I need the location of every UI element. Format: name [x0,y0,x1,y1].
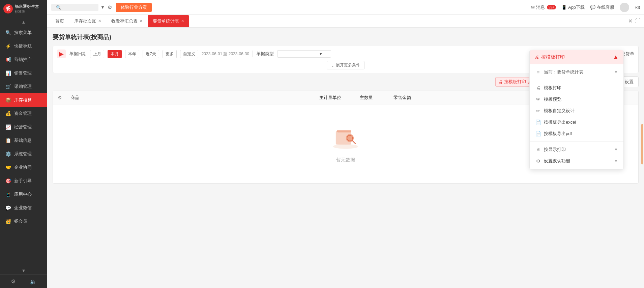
messages-btn[interactable]: ✉ 消息 99+ [531,4,556,10]
sidebar-item-members[interactable]: 👑 畅会员 [0,215,47,228]
topbar-right: ✉ 消息 99+ 📱 App下载 💬 在线客服 Rit [531,3,640,12]
close-tab-inventory-batch[interactable]: ✕ [98,19,101,23]
date-btn-more[interactable]: 更多 [163,50,177,58]
sidebar-item-basic-info[interactable]: 📋 基础信息 [0,134,47,147]
sidebar-item-sales[interactable]: 📊 销售管理 [0,66,47,80]
sidebar-item-purchase[interactable]: 🛒 采购管理 [0,80,47,93]
sidebar-label-system: 系统管理 [14,151,32,157]
dropdown-item-export-pdf[interactable]: 📄 按模板导出pdf [530,128,623,139]
sidebar-label-basic-info: 基础信息 [14,137,32,143]
sidebar-item-enterprise-wechat[interactable]: 💬 企业微信 [0,201,47,215]
new-guide-icon: 🎯 [5,178,11,184]
order-type-label: 单据类型 [256,51,274,57]
set-default-icon: ⚙ [535,158,541,164]
tabbar: 首页 库存批次账 ✕ 收发存汇总表 ✕ 要货单统计表 ✕ ✕ ⛶ [47,15,644,28]
date-btn-this-year[interactable]: 本年 [125,50,139,58]
sidebar-item-app-center[interactable]: 📱 应用中心 [0,188,47,201]
sidebar-label-members: 畅会员 [14,218,27,224]
order-type-select[interactable]: ▼ [277,50,331,58]
inventory-icon: 📦 [5,97,11,103]
sidebar-item-marketing[interactable]: 📢 营销推广 [0,53,47,66]
username: Rit [635,5,640,10]
speaker-footer-btn[interactable]: 🔈 [30,278,37,285]
close-tab-order-summary[interactable]: ✕ [181,19,184,23]
sidebar-item-operations[interactable]: 📈 经营管理 [0,120,47,134]
online-service-btn[interactable]: 💬 在线客服 [590,4,614,10]
printer-icon: 🖨 [498,79,503,85]
tab-close-all-btn[interactable]: ✕ [628,18,633,24]
template-print-icon: 🖨 [535,85,541,91]
filter-expand-icon[interactable]: ▶ [57,50,66,58]
enterprise-wechat-icon: 💬 [5,204,11,211]
sidebar-footer: ⚙ 🔈 [0,275,47,288]
filter-divider [253,51,253,57]
app-download-btn[interactable]: 📱 App下载 [561,4,585,10]
sidebar-label-enterprise-wechat: 企业微信 [14,205,32,211]
dropdown-item-template-preview[interactable]: 👁 模板预览 [530,94,623,105]
tab-order-summary[interactable]: 要货单统计表 ✕ [148,15,189,27]
date-btn-last-month[interactable]: 上月 [90,50,104,58]
sidebar-label-app-center: 应用中心 [14,191,32,197]
sidebar-nav: 🔍 搜索菜单 ⚡ 快捷导航 📢 营销推广 📊 销售管理 🛒 采购管理 📦 库存核… [0,26,47,267]
tab-home[interactable]: 首页 [51,15,69,27]
dropdown-current-item[interactable]: ≡ 当前：要货单统计表 ▼ [530,66,623,78]
sidebar-item-finance[interactable]: 💰 资金管理 [0,107,47,120]
tab-inventory-batch[interactable]: 库存批次账 ✕ [69,15,106,27]
enterprise-icon: 🤝 [5,164,11,171]
th-checkbox: ⚙ [53,95,66,100]
sidebar-item-new-guide[interactable]: 🎯 新手引导 [0,174,47,188]
topbar-dropdown-arrow[interactable]: ▼ [100,5,105,10]
date-range-display: 2023-06-01 至 2023-06-30 [202,51,249,57]
dropdown-close-btn[interactable]: ▲ [613,54,619,61]
sidebar-item-system[interactable]: ⚙️ 系统管理 [0,147,47,161]
svg-point-0 [333,144,358,149]
date-filter-label: 单据日期 [69,51,87,57]
display-print-arrow-icon: ▼ [614,147,618,152]
tab-maximize-btn[interactable]: ⛶ [635,18,641,24]
sidebar-item-search[interactable]: 🔍 搜索菜单 [0,26,47,39]
th-quantity: 主数量 [356,95,389,101]
sidebar-label-enterprise: 企业协同 [14,164,32,170]
basic-info-icon: 📋 [5,137,11,144]
sidebar-label-inventory: 库存核算 [14,97,32,103]
sidebar-item-inventory[interactable]: 📦 库存核算 [0,93,47,107]
right-scrollbar[interactable] [641,124,643,164]
dropdown-item-display-print[interactable]: 🖥 按显示打印 ▼ [530,144,623,155]
date-btn-custom[interactable]: 自定义 [180,50,198,58]
purchase-icon: 🛒 [5,83,11,90]
finance-icon: 💰 [5,110,11,117]
template-print-btn[interactable]: 🖨 按模板打印 ▲ [495,77,535,87]
avatar[interactable] [620,3,629,12]
dropdown-item-template-print[interactable]: 🖨 模板打印 [530,82,623,94]
sidebar-label-purchase: 采购管理 [14,84,32,90]
sidebar-label-new-guide: 新手引导 [14,178,32,184]
settings-footer-btn[interactable]: ⚙ [11,278,16,285]
system-icon: ⚙️ [5,151,11,157]
th-unit: 主计量单位 [315,95,356,101]
dropdown-item-set-default[interactable]: ⚙ 设置默认功能 ▼ [530,155,623,167]
sidebar-item-enterprise[interactable]: 🤝 企业协同 [0,161,47,174]
dropdown-item-template-custom[interactable]: ✏ 模板自定义设计 [530,105,623,117]
date-btn-this-month[interactable]: 本月 [108,50,122,58]
sales-icon: 📊 [5,70,11,76]
close-tab-receive-summary[interactable]: ✕ [140,19,143,23]
date-btn-last-7-days[interactable]: 近7天 [143,50,159,58]
marketing-icon: 📢 [5,56,11,63]
dropdown-item-export-excel[interactable]: 📄 按模板导出excel [530,117,623,128]
th-product: 商品 [66,95,315,101]
topbar-search-box[interactable]: 🔍 [51,4,98,11]
set-default-arrow-icon: ▼ [614,159,618,163]
logo-icon: 畅 [3,4,13,13]
sidebar-scroll-down[interactable]: ▼ [0,267,47,275]
dropdown-title: 🖨 按模板打印 [534,54,565,60]
app-center-icon: 📱 [5,191,11,198]
tab-receive-summary[interactable]: 收发存汇总表 ✕ [107,15,147,27]
sidebar-scroll-up[interactable]: ▲ [0,18,47,26]
expand-more-btn[interactable]: ⌄ 展开更多条件 [327,61,364,69]
topbar: 🔍 ▼ ⚙ 体验行业方案 ✉ 消息 99+ 📱 App下载 💬 在线客服 Rit [47,0,644,15]
sidebar-item-quick-nav[interactable]: ⚡ 快捷导航 [0,39,47,53]
trial-industry-btn[interactable]: 体验行业方案 [116,3,152,12]
topbar-gear-icon[interactable]: ⚙ [108,4,112,10]
dropdown-header: 🖨 按模板打印 ▲ [530,50,623,64]
sidebar: 畅 畅康通好生意 标准版 ▲ 🔍 搜索菜单 ⚡ 快捷导航 📢 营销推广 📊 销售… [0,0,47,288]
